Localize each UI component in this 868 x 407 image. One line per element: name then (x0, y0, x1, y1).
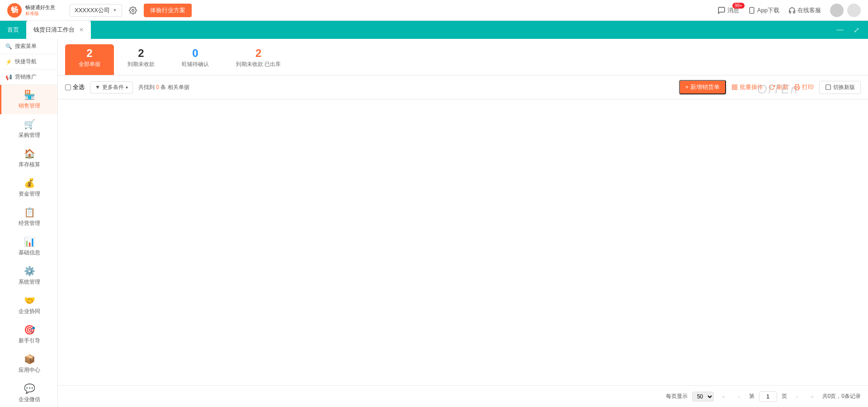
svg-rect-8 (826, 85, 831, 90)
total-records: 共0页，0条记录 (822, 393, 861, 400)
chevron-down-icon: ▾ (126, 85, 128, 90)
content-area: 2 全部单据 2 到期未收款 0 旺辅待确认 2 到期未收款 已出库 全选 (58, 39, 868, 407)
table-area (58, 99, 868, 385)
top-header: 畅 畅捷通好生意 标准版 XXXXXX公司 ▼ 体验行业方案 消息 99+ Ap… (0, 0, 868, 21)
svg-rect-3 (732, 85, 734, 87)
sidebar-item-inventory[interactable]: 🏠 库存核算 (0, 144, 57, 173)
switch-version-button[interactable]: 切换新版 (819, 81, 861, 94)
enterprise-icon: 🤝 (24, 295, 35, 306)
tab-home[interactable]: 首页 (0, 21, 26, 39)
toolbar: 全选 ▼ 更多条件 ▾ 共找到 0 条 相关单据 + 新增销货单 批量操作 (58, 75, 868, 99)
sidebar-item-sales[interactable]: 🏪 销售管理 (0, 85, 57, 114)
online-service-button[interactable]: 在线客服 (788, 6, 821, 14)
svg-rect-4 (735, 85, 737, 87)
per-page-select[interactable]: 50 (692, 392, 714, 402)
stat-tab-unshipped[interactable]: 2 到期未收款 已出库 (222, 44, 294, 75)
page-number-input[interactable] (759, 391, 777, 402)
svg-rect-6 (735, 88, 737, 89)
lightning-icon: ⚡ (5, 59, 12, 65)
app-download-button[interactable]: App下载 (748, 6, 779, 14)
found-text: 共找到 0 条 相关单据 (138, 84, 189, 91)
print-button[interactable]: 打印 (794, 83, 814, 91)
app-center-icon: 📦 (24, 354, 35, 365)
megaphone-icon: 📢 (5, 74, 12, 80)
stat-tab-overdue[interactable]: 2 到期未收款 (114, 44, 168, 75)
toolbar-right: + 新增销货单 批量操作 刷新 打印 (679, 80, 861, 94)
header-right: 消息 99+ App下载 在线客服 (717, 4, 861, 17)
stat-tab-all[interactable]: 2 全部单据 (65, 44, 114, 75)
sidebar-item-purchase[interactable]: 🛒 采购管理 (0, 114, 57, 144)
first-page-button[interactable]: « (718, 391, 729, 402)
finance-icon: 💰 (24, 178, 35, 188)
sidebar-item-app-center[interactable]: 📦 应用中心 (0, 349, 57, 379)
refresh-button[interactable]: 刷新 (769, 83, 788, 91)
message-badge: 99+ (732, 3, 745, 9)
stat-tab-wang[interactable]: 0 旺辅待确认 (168, 44, 222, 75)
sidebar: 🔍 搜索菜单 ⚡ 快捷导航 📢 营销推广 🏪 销售管理 🛒 采购管理 🏠 库存核… (0, 39, 58, 407)
tab-money-goods[interactable]: 钱货日清工作台 ✕ (26, 21, 91, 39)
batch-operation-button[interactable]: 批量操作 (731, 83, 763, 91)
chevron-down-icon: ▼ (113, 8, 117, 13)
tab-expand-icon[interactable]: ⤢ (850, 23, 863, 36)
settings-button[interactable] (126, 3, 140, 18)
sidebar-item-wechat[interactable]: 💬 企业微信 (0, 379, 57, 407)
new-sales-order-button[interactable]: + 新增销货单 (679, 80, 726, 94)
logo-text: 畅捷通好生意 标准版 (25, 4, 55, 16)
inventory-icon: 🏠 (24, 148, 35, 159)
sidebar-item-search-menu[interactable]: 🔍 搜索菜单 (0, 39, 57, 54)
company-selector[interactable]: XXXXXX公司 ▼ (70, 4, 122, 17)
next-page-button[interactable]: › (792, 391, 802, 402)
search-icon: 🔍 (5, 43, 12, 50)
message-button[interactable]: 消息 99+ (717, 6, 739, 14)
guide-icon: 🎯 (24, 324, 35, 335)
more-filters-button[interactable]: ▼ 更多条件 ▾ (90, 81, 133, 94)
sidebar-item-basics[interactable]: 📊 基础信息 (0, 232, 57, 261)
user-avatar[interactable] (830, 4, 861, 17)
select-all-input[interactable] (65, 84, 71, 90)
svg-point-0 (132, 9, 134, 11)
operations-icon: 📋 (24, 207, 35, 218)
sidebar-item-finance[interactable]: 💰 资金管理 (0, 173, 57, 202)
pagination: 每页显示 50 « ‹ 第 页 › » 共0页，0条记录 (58, 385, 868, 407)
svg-rect-5 (732, 88, 734, 89)
svg-rect-1 (750, 7, 754, 13)
sidebar-item-system[interactable]: ⚙️ 系统管理 (0, 261, 57, 290)
store-icon: 🏪 (24, 89, 35, 100)
main-layout: 🔍 搜索菜单 ⚡ 快捷导航 📢 营销推广 🏪 销售管理 🛒 采购管理 🏠 库存核… (0, 39, 868, 407)
wechat-icon: 💬 (24, 383, 35, 394)
prev-page-button[interactable]: ‹ (734, 391, 745, 402)
sidebar-item-guide[interactable]: 🎯 新手引导 (0, 320, 57, 349)
filter-icon: ▼ (95, 84, 100, 90)
system-icon: ⚙️ (24, 266, 35, 276)
basics-icon: 📊 (24, 236, 35, 247)
purchase-icon: 🛒 (24, 119, 35, 130)
tab-bar-actions: — ⤢ (834, 21, 868, 39)
svg-rect-7 (796, 88, 799, 90)
trial-button[interactable]: 体验行业方案 (144, 4, 192, 17)
logo-icon: 畅 (7, 3, 22, 18)
sidebar-item-enterprise[interactable]: 🤝 企业协同 (0, 290, 57, 320)
last-page-button[interactable]: » (807, 391, 818, 402)
sidebar-item-operations[interactable]: 📋 经营管理 (0, 202, 57, 232)
stats-tabs: 2 全部单据 2 到期未收款 0 旺辅待确认 2 到期未收款 已出库 (58, 39, 868, 75)
logo-area: 畅 畅捷通好生意 标准版 (7, 3, 65, 18)
tab-close-icon[interactable]: ✕ (79, 27, 84, 33)
sidebar-item-marketing[interactable]: 📢 营销推广 (0, 70, 57, 85)
select-all-checkbox[interactable]: 全选 (65, 83, 85, 91)
sidebar-item-quick-nav[interactable]: ⚡ 快捷导航 (0, 54, 57, 70)
tab-minimize-icon[interactable]: — (834, 23, 846, 36)
tab-bar: 首页 钱货日清工作台 ✕ — ⤢ (0, 21, 868, 39)
found-count: 0 (156, 84, 159, 90)
company-name: XXXXXX公司 (75, 6, 110, 14)
